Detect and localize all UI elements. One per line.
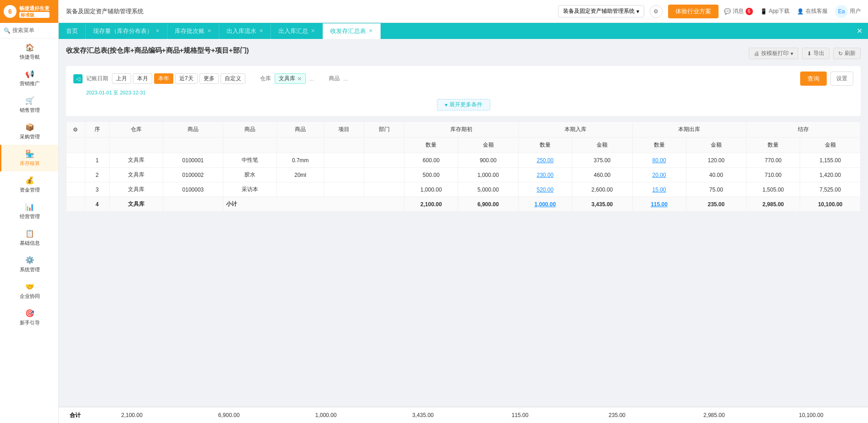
footer-out-qty: 115.00 bbox=[474, 410, 565, 420]
data-table: ⚙ 序 仓库 商品 商品 商品 项目 部门 库存期初 本期入库 本期出库 结存 bbox=[66, 121, 861, 212]
tab-close-stock-distribution[interactable]: ✕ bbox=[155, 28, 160, 34]
warehouse-tag-close[interactable]: ✕ bbox=[297, 76, 302, 82]
row1-opening-qty: 600.00 bbox=[404, 153, 458, 168]
row3-closing-amt: 7,525.00 bbox=[800, 182, 861, 197]
row1-name: 中性笔 bbox=[223, 153, 277, 168]
date-shortcuts: 上月 本月 本年 近7天 更多 自定义 bbox=[112, 73, 245, 84]
subtotal-out-qty[interactable]: 115.00 bbox=[632, 197, 686, 212]
sidebar-item-finance[interactable]: 💰 资金管理 bbox=[0, 171, 58, 198]
row3-opening-amt: 5,000.00 bbox=[458, 182, 519, 197]
tab-inout-flow[interactable]: 出入库流水 ✕ bbox=[219, 23, 271, 39]
goods-more-btn[interactable]: ... bbox=[343, 76, 348, 82]
row1-out-qty[interactable]: 80.00 bbox=[632, 153, 686, 168]
sidebar-item-guide[interactable]: 🎯 新手引导 bbox=[0, 304, 58, 331]
tab-close-inout-flow[interactable]: ✕ bbox=[259, 28, 263, 34]
footer-table: 2,100.00 6,900.00 1,000.00 3,435.00 115.… bbox=[86, 410, 862, 420]
col-index-header: 序 bbox=[85, 122, 109, 137]
row3-in-qty[interactable]: 520.00 bbox=[518, 182, 572, 197]
footer-opening-amt: 6,900.00 bbox=[177, 410, 280, 420]
sidebar-search[interactable]: 🔍 搜索菜单 bbox=[0, 23, 58, 38]
col-spec-sub bbox=[277, 137, 324, 153]
row2-settings bbox=[66, 168, 85, 182]
subtotal-in-qty[interactable]: 1,000.00 bbox=[518, 197, 572, 212]
sidebar-item-quick-nav[interactable]: 🏠 快捷导航 bbox=[0, 38, 58, 65]
tab-stock-distribution[interactable]: 现存量（库存分布表） ✕ bbox=[86, 23, 167, 39]
date-btn-more[interactable]: 更多 bbox=[199, 73, 219, 84]
row2-warehouse: 文具库 bbox=[109, 168, 163, 182]
date-btn-7days[interactable]: 近7天 bbox=[175, 73, 198, 84]
row2-project bbox=[324, 168, 364, 182]
online-service-button[interactable]: 👤 在线客服 bbox=[797, 7, 828, 15]
row1-out-amt: 120.00 bbox=[686, 153, 746, 168]
tab-home[interactable]: 首页 bbox=[59, 23, 86, 39]
inventory-icon: 🏪 bbox=[25, 149, 34, 158]
row3-dept bbox=[364, 182, 404, 197]
tab-bar: 首页 现存量（库存分布表） ✕ 库存批次账 ✕ 出入库流水 ✕ 出入库汇总 ✕ … bbox=[59, 23, 868, 39]
row1-spec: 0.7mm bbox=[277, 153, 324, 168]
col-project-sub bbox=[324, 137, 364, 153]
row2-opening-amt: 1,000.00 bbox=[458, 168, 519, 182]
tab-inout-summary[interactable]: 出入库汇总 ✕ bbox=[271, 23, 323, 39]
topbar-right: 💬 消息 6 📱 App下载 👤 在线客服 Ea 用户 bbox=[724, 5, 861, 18]
row3-spec bbox=[277, 182, 324, 197]
query-button[interactable]: 查询 bbox=[800, 71, 827, 86]
tab-close-inout-summary[interactable]: ✕ bbox=[311, 28, 315, 34]
row3-warehouse: 文具库 bbox=[109, 182, 163, 197]
sidebar-item-marketing[interactable]: 📢 营销推广 bbox=[0, 65, 58, 92]
row2-in-qty[interactable]: 230.00 bbox=[518, 168, 572, 182]
row2-out-qty[interactable]: 20.00 bbox=[632, 168, 686, 182]
date-range-display: 2023-01-01 至 2023-12-31 bbox=[86, 90, 146, 95]
experience-btn[interactable]: 体验行业方案 bbox=[668, 5, 719, 18]
warehouse-more-btn[interactable]: ... bbox=[310, 76, 314, 82]
gear-button[interactable]: ⚙ bbox=[650, 5, 663, 18]
tab-receive-send-summary[interactable]: 收发存汇总表 ✕ bbox=[323, 23, 381, 39]
footer-opening-qty: 2,100.00 bbox=[86, 410, 177, 420]
date-btn-this-month[interactable]: 本月 bbox=[133, 73, 152, 84]
subtotal-opening-qty: 2,100.00 bbox=[404, 197, 458, 212]
refresh-button[interactable]: ↻ 刷新 bbox=[833, 48, 861, 59]
subtotal-index: 4 bbox=[85, 197, 109, 212]
warehouse-label: 仓库 bbox=[260, 75, 271, 82]
sidebar-item-company[interactable]: 🤝 企业协同 bbox=[0, 278, 58, 304]
user-menu[interactable]: Ea 用户 bbox=[835, 5, 861, 18]
sidebar-item-purchase[interactable]: 📦 采购管理 bbox=[0, 118, 58, 145]
sidebar-item-inventory[interactable]: 🏪 库存核算 bbox=[0, 145, 58, 171]
filter-bar: ◁ 记账日期 上月 本月 本年 近7天 更多 自定义 仓库 文具库 ✕ bbox=[66, 66, 861, 116]
warehouse-filter: 仓库 文具库 ✕ ... bbox=[260, 73, 314, 84]
expand-conditions-btn[interactable]: ▾ 展开更多条件 bbox=[437, 99, 490, 110]
close-all-tabs[interactable]: ✕ bbox=[851, 23, 868, 39]
row1-in-qty[interactable]: 250.00 bbox=[518, 153, 572, 168]
settings-button[interactable]: 设置 bbox=[830, 71, 853, 86]
tab-close-batch-ledger[interactable]: ✕ bbox=[207, 28, 211, 34]
col-closing-header: 结存 bbox=[746, 122, 861, 137]
system-dropdown[interactable]: 装备及固定资产辅助管理系统 ▾ bbox=[558, 5, 644, 17]
subtotal-closing-amt: 10,100.00 bbox=[800, 197, 861, 212]
filter-collapse-btn[interactable]: ◁ bbox=[73, 74, 83, 83]
sidebar-item-system[interactable]: ⚙️ 系统管理 bbox=[0, 251, 58, 278]
date-label: 记账日期 bbox=[86, 75, 108, 82]
sidebar: 6 畅捷通好生意 标准版 🔍 搜索菜单 🏠 快捷导航 📢 营销推广 🛒 销售管理… bbox=[0, 0, 59, 423]
sidebar-item-operation[interactable]: 📊 经营管理 bbox=[0, 198, 58, 225]
row3-out-qty[interactable]: 15.00 bbox=[632, 182, 686, 197]
tab-close-receive-send-summary[interactable]: ✕ bbox=[369, 28, 373, 34]
dropdown-arrow-icon: ▾ bbox=[636, 8, 639, 15]
date-btn-last-month[interactable]: 上月 bbox=[112, 73, 131, 84]
message-button[interactable]: 💬 消息 6 bbox=[724, 7, 753, 15]
print-button[interactable]: 🖨 按模板打印 ▾ bbox=[749, 48, 798, 59]
tab-batch-ledger[interactable]: 库存批次账 ✕ bbox=[167, 23, 219, 39]
row2-closing-amt: 1,420.00 bbox=[800, 168, 861, 182]
col-settings-sub bbox=[66, 137, 85, 153]
print-dropdown-icon: ▾ bbox=[791, 50, 793, 57]
table-row: 2 文具库 0100002 胶水 20ml 500.00 1,000.00 23… bbox=[66, 168, 861, 182]
app-download-button[interactable]: 📱 App下载 bbox=[760, 7, 790, 15]
date-btn-custom[interactable]: 自定义 bbox=[221, 73, 245, 84]
sidebar-item-sales[interactable]: 🛒 销售管理 bbox=[0, 92, 58, 118]
finance-icon: 💰 bbox=[25, 176, 34, 185]
export-button[interactable]: ⬇ 导出 bbox=[802, 48, 829, 59]
col-settings-header[interactable]: ⚙ bbox=[66, 122, 85, 137]
date-btn-this-year[interactable]: 本年 bbox=[154, 73, 173, 84]
subtotal-settings bbox=[66, 197, 85, 212]
expand-icon: ▾ bbox=[445, 102, 448, 108]
sidebar-item-basic[interactable]: 📋 基础信息 bbox=[0, 225, 58, 251]
guide-icon: 🎯 bbox=[25, 309, 34, 318]
